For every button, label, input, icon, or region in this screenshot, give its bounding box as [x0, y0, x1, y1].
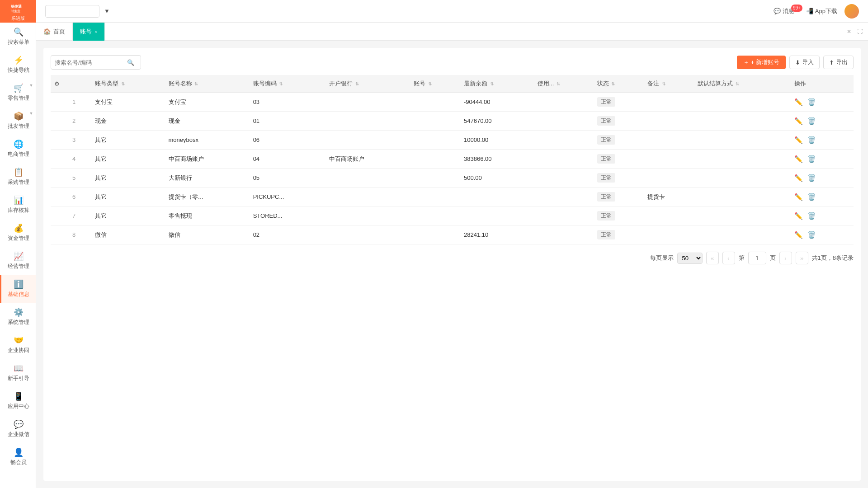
chevron-down-icon: ▼ [29, 111, 33, 116]
row-code: 03 [250, 93, 326, 112]
content-card: 🔍 ＋ + 新增账号 ⬇ 导入 ⬆ 导出 [43, 48, 861, 481]
sidebar-item-shortcut[interactable]: ⚡ 快捷导航 [0, 51, 36, 79]
ecommerce-icon: 🌐 [14, 139, 24, 149]
sidebar-item-finance[interactable]: 💰 资金管理 [0, 219, 36, 247]
row-code: 04 [250, 150, 326, 169]
col-settings[interactable]: ⚙ [51, 75, 69, 93]
row-usage [534, 225, 594, 244]
sidebar-item-guide[interactable]: 📖 新手引导 [0, 359, 36, 387]
edit-icon[interactable]: ✏️ [794, 117, 803, 125]
account-search-input[interactable] [55, 59, 127, 66]
page-number-input[interactable] [748, 252, 766, 264]
export-button[interactable]: ⬆ 导出 [823, 56, 854, 69]
topbar-search-input[interactable] [45, 5, 99, 18]
delete-icon[interactable]: 🗑️ [807, 231, 816, 239]
row-code: 02 [250, 225, 326, 244]
tab-home[interactable]: 🏠 首页 [36, 23, 73, 41]
sidebar-item-search[interactable]: 🔍 搜索菜单 [0, 23, 36, 51]
col-usage[interactable]: 使用... ⇅ [534, 75, 594, 93]
search-box: 🔍 [51, 55, 141, 70]
last-page-button[interactable]: » [796, 252, 808, 264]
col-code[interactable]: 账号编码 ⇅ [250, 75, 326, 93]
col-bank[interactable]: 开户银行 ⇅ [326, 75, 410, 93]
row-bank [326, 206, 410, 225]
row-status: 正常 [594, 112, 644, 131]
sidebar-item-retail[interactable]: 🛒 零售管理 ▼ [0, 79, 36, 107]
sidebar-item-label: 系统管理 [8, 319, 29, 326]
row-remark [644, 93, 694, 112]
col-type[interactable]: 账号类型 ⇅ [91, 75, 165, 93]
row-account [410, 131, 460, 150]
sidebar-item-label: 基础信息 [8, 291, 29, 298]
sidebar-item-label: 企业微信 [8, 431, 29, 438]
col-name[interactable]: 账号名称 ⇅ [165, 75, 250, 93]
search-icon[interactable]: 🔍 [127, 59, 134, 66]
sidebar-item-member[interactable]: 👤 畅会员 [0, 443, 36, 471]
sidebar-item-agreement[interactable]: 🤝 企业协同 [0, 331, 36, 359]
next-page-button[interactable]: › [779, 252, 792, 264]
topbar-dropdown[interactable]: ▼ [104, 8, 110, 14]
sidebar-item-operations[interactable]: 📈 经营管理 [0, 247, 36, 275]
row-bank [326, 169, 410, 188]
tab-account[interactable]: 账号 × [73, 23, 105, 41]
sidebar-item-inventory[interactable]: 📊 库存核算 [0, 191, 36, 219]
delete-icon[interactable]: 🗑️ [807, 193, 816, 201]
msg-button[interactable]: 💬 消息 99+ [774, 7, 799, 15]
row-settlement [694, 169, 791, 188]
sidebar-item-basic[interactable]: ℹ️ 基础信息 [0, 275, 36, 303]
table-row: 2 现金 现金 01 547670.00 正常 ✏️ 🗑️ [51, 112, 854, 131]
prev-page-button[interactable]: ‹ [722, 252, 735, 264]
delete-icon[interactable]: 🗑️ [807, 212, 816, 220]
row-action: ✏️ 🗑️ [791, 93, 854, 112]
row-num: 1 [69, 93, 91, 112]
col-account[interactable]: 账号 ⇅ [410, 75, 460, 93]
close-window-button[interactable]: ✕ [844, 27, 854, 36]
delete-icon[interactable]: 🗑️ [807, 155, 816, 163]
delete-icon[interactable]: 🗑️ [807, 136, 816, 144]
first-page-button[interactable]: « [706, 252, 719, 264]
edit-icon[interactable]: ✏️ [794, 174, 803, 182]
avatar[interactable] [844, 4, 859, 19]
col-balance[interactable]: 最新余额 ⇅ [460, 75, 534, 93]
row-settings [51, 131, 69, 150]
page-size-select[interactable]: 50 100 200 [677, 253, 703, 264]
row-status: 正常 [594, 169, 644, 188]
edit-icon[interactable]: ✏️ [794, 136, 803, 144]
maximize-window-button[interactable]: ⛶ [855, 27, 864, 36]
row-balance: -90444.00 [460, 93, 534, 112]
row-account [410, 112, 460, 131]
row-settings [51, 150, 69, 169]
edit-icon[interactable]: ✏️ [794, 98, 803, 106]
row-action: ✏️ 🗑️ [791, 188, 854, 206]
sidebar-item-purchase[interactable]: 📋 采购管理 [0, 163, 36, 191]
row-name: 现金 [165, 112, 250, 131]
delete-icon[interactable]: 🗑️ [807, 98, 816, 106]
table-row: 5 其它 大新银行 05 500.00 正常 ✏️ 🗑️ [51, 169, 854, 188]
import-button[interactable]: ⬇ 导入 [789, 56, 820, 69]
col-remark[interactable]: 备注 ⇅ [644, 75, 694, 93]
edit-icon[interactable]: ✏️ [794, 231, 803, 239]
sidebar-item-ecommerce[interactable]: 🌐 电商管理 [0, 135, 36, 163]
delete-icon[interactable]: 🗑️ [807, 117, 816, 125]
appcenter-icon: 📱 [14, 391, 24, 401]
col-status[interactable]: 状态 ⇅ [594, 75, 644, 93]
sidebar-item-corpwx[interactable]: 💬 企业微信 [0, 415, 36, 443]
row-code: STORED... [250, 206, 326, 225]
row-account [410, 93, 460, 112]
add-account-button[interactable]: ＋ + 新增账号 [737, 56, 786, 69]
edit-icon[interactable]: ✏️ [794, 212, 803, 220]
sidebar-item-wholesale[interactable]: 📦 批发管理 ▼ [0, 107, 36, 135]
tab-close-icon[interactable]: × [94, 29, 97, 34]
col-settlement[interactable]: 默认结算方式 ⇅ [694, 75, 791, 93]
finance-icon: 💰 [14, 223, 24, 233]
row-settings [51, 169, 69, 188]
app-icon: 📲 [806, 8, 813, 14]
sidebar-item-system[interactable]: ⚙️ 系统管理 [0, 303, 36, 331]
row-num: 4 [69, 150, 91, 169]
edit-icon[interactable]: ✏️ [794, 155, 803, 163]
sidebar-item-appcenter[interactable]: 📱 应用中心 [0, 387, 36, 415]
app-download-button[interactable]: 📲 App下载 [806, 7, 837, 15]
edit-icon[interactable]: ✏️ [794, 193, 803, 201]
delete-icon[interactable]: 🗑️ [807, 174, 816, 182]
sidebar-item-label: 经营管理 [8, 263, 29, 270]
